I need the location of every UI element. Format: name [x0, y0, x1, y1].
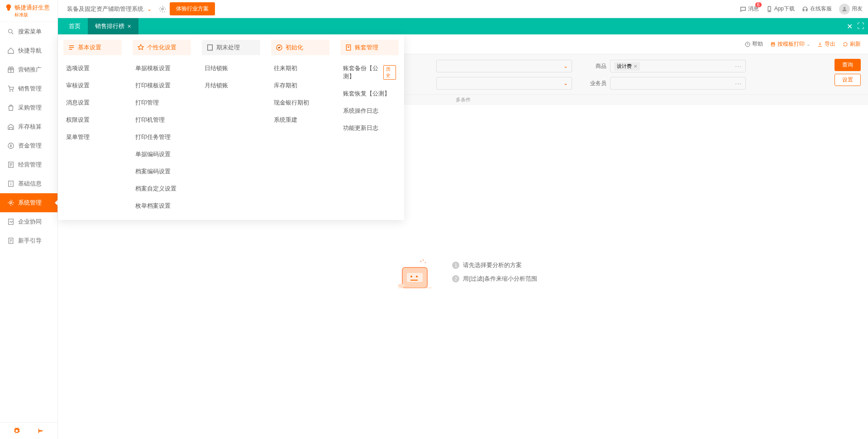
user-menu[interactable]: 用友: [839, 4, 863, 14]
system-selector[interactable]: 装备及固定资产辅助管理系统 ⌄: [63, 3, 155, 15]
try-industry-button[interactable]: 体验行业方案: [170, 2, 215, 15]
mega-item[interactable]: 单据模板设置: [133, 60, 191, 77]
message-button[interactable]: 消息 6: [740, 5, 759, 13]
mega-column-3: 初始化往来期初库存期初现金银行期初系统重建: [266, 40, 335, 215]
guide-icon: [7, 237, 14, 244]
sidebar-item-6[interactable]: 资金管理: [0, 136, 57, 155]
mega-item[interactable]: 系统重建: [271, 111, 329, 129]
step-number: 1: [452, 262, 459, 269]
svg-point-0: [9, 29, 12, 33]
cart-icon: [7, 85, 14, 92]
mega-item[interactable]: 打印机管理: [133, 111, 191, 129]
sidebar-item-0[interactable]: 搜索菜单: [0, 22, 57, 41]
tag-remove-icon[interactable]: ✕: [634, 64, 637, 69]
sidebar-item-9[interactable]: 系统管理: [0, 193, 57, 212]
filter-input-unknown-2[interactable]: ⌄: [436, 77, 572, 90]
sidebar-item-5[interactable]: 库存核算: [0, 117, 57, 136]
search-icon: [7, 28, 14, 35]
mega-item[interactable]: 功能更新日志: [340, 119, 399, 137]
mega-item[interactable]: 档案自定义设置: [133, 180, 191, 197]
mega-header: 基本设置: [63, 40, 122, 55]
sidebar-item-label: 基础信息: [18, 180, 42, 188]
mega-item[interactable]: 枚举档案设置: [133, 197, 191, 215]
settings-button[interactable]: 设置: [835, 74, 861, 86]
query-button[interactable]: 查询: [835, 59, 861, 71]
category-icon: [345, 44, 352, 51]
mega-item[interactable]: 月结锁账: [202, 77, 260, 94]
online-service-label: 在线客服: [810, 5, 832, 13]
headset-icon: [802, 6, 808, 12]
help-label: 帮助: [752, 40, 763, 48]
mega-item[interactable]: 往来期初: [271, 60, 329, 77]
goods-tag: 设计费 ✕: [614, 62, 640, 71]
mega-item[interactable]: 日结锁账: [202, 60, 260, 77]
mega-item[interactable]: 权限设置: [63, 111, 122, 129]
mega-column-1: 个性化设置单据模板设置打印模板设置打印管理打印机管理打印任务管理单据编码设置档案…: [127, 40, 196, 215]
mega-item[interactable]: 选项设置: [63, 60, 122, 77]
chevron-down-icon: ⌄: [563, 80, 568, 86]
mega-item[interactable]: 单据编码设置: [133, 146, 191, 163]
mega-item[interactable]: 打印任务管理: [133, 129, 191, 146]
mega-item[interactable]: 账套备份【公测】历史: [340, 60, 399, 85]
more-icon[interactable]: ···: [735, 80, 742, 87]
sidebar-item-label: 销售管理: [18, 85, 42, 93]
more-icon[interactable]: ···: [735, 62, 742, 70]
print-template-button[interactable]: 按模板打印 ⌄: [770, 40, 810, 48]
filter-input-unknown-1[interactable]: ⌄: [436, 60, 572, 72]
sidebar-item-2[interactable]: 营销推广: [0, 60, 57, 79]
gear-icon[interactable]: [159, 5, 166, 13]
sidebar-item-4[interactable]: 采购管理: [0, 98, 57, 117]
mega-menu: 基本设置选项设置审核设置消息设置权限设置菜单管理个性化设置单据模板设置打印模板设…: [58, 34, 404, 220]
goods-input[interactable]: 设计费 ✕ ···: [610, 60, 746, 72]
settings-icon: [7, 199, 14, 206]
mega-item[interactable]: 档案编码设置: [133, 163, 191, 180]
app-download-label: App下载: [774, 5, 795, 13]
sales-input[interactable]: ···: [610, 77, 746, 90]
mega-column-4: 账套管理账套备份【公测】历史账套恢复【公测】系统操作日志功能更新日志: [335, 40, 404, 215]
svg-point-24: [416, 276, 418, 277]
mega-item[interactable]: 消息设置: [63, 94, 122, 111]
mega-item[interactable]: 系统操作日志: [340, 102, 399, 119]
close-all-icon[interactable]: ✕: [847, 22, 853, 31]
app-download-button[interactable]: App下载: [766, 5, 795, 13]
svg-point-23: [410, 276, 412, 277]
sidebar-item-10[interactable]: 企业协同: [0, 212, 57, 231]
print-template-label: 按模板打印: [777, 40, 805, 48]
category-icon: [276, 44, 283, 51]
help-button[interactable]: 帮助: [745, 40, 763, 48]
mega-item[interactable]: 打印管理: [133, 94, 191, 111]
mega-item[interactable]: 账套恢复【公测】: [340, 85, 399, 102]
sidebar-item-1[interactable]: 快捷导航: [0, 41, 57, 60]
mega-item[interactable]: 现金银行期初: [271, 94, 329, 111]
mega-item[interactable]: 打印模板设置: [133, 77, 191, 94]
category-icon: [68, 44, 75, 51]
mega-header: 账套管理: [340, 40, 399, 55]
mega-item[interactable]: 库存期初: [271, 77, 329, 94]
fullscreen-icon[interactable]: ⛶: [857, 22, 864, 31]
close-icon[interactable]: ✕: [127, 24, 131, 29]
sidebar-item-8[interactable]: 基础信息: [0, 174, 57, 193]
online-service-button[interactable]: 在线客服: [802, 5, 832, 13]
tab-sales-ranking[interactable]: 销售排行榜 ✕: [88, 18, 138, 34]
help-icon: [745, 42, 750, 47]
sidebar-item-3[interactable]: 销售管理: [0, 79, 57, 98]
username: 用友: [852, 5, 863, 13]
refresh-button[interactable]: 刷新: [843, 40, 861, 48]
tab-home[interactable]: 首页: [62, 18, 88, 34]
category-icon: [206, 44, 214, 51]
svg-point-7: [10, 182, 11, 183]
mega-item[interactable]: 菜单管理: [63, 129, 122, 146]
gear-icon[interactable]: [13, 427, 20, 434]
sidebar-item-11[interactable]: 新手引导: [0, 231, 57, 250]
collapse-icon[interactable]: [37, 427, 44, 434]
mega-item[interactable]: 审核设置: [63, 77, 122, 94]
export-button[interactable]: 导出: [817, 40, 835, 48]
system-name: 装备及固定资产辅助管理系统: [67, 5, 143, 13]
sales-label: 业务员: [590, 80, 606, 87]
collab-icon: [7, 218, 14, 225]
sidebar-item-label: 企业协同: [18, 218, 42, 226]
sidebar-item-label: 新手引导: [18, 237, 42, 245]
mega-column-2: 期末处理日结锁账月结锁账: [196, 40, 266, 215]
sidebar-item-7[interactable]: 经营管理: [0, 155, 57, 174]
report-icon: [7, 161, 14, 168]
